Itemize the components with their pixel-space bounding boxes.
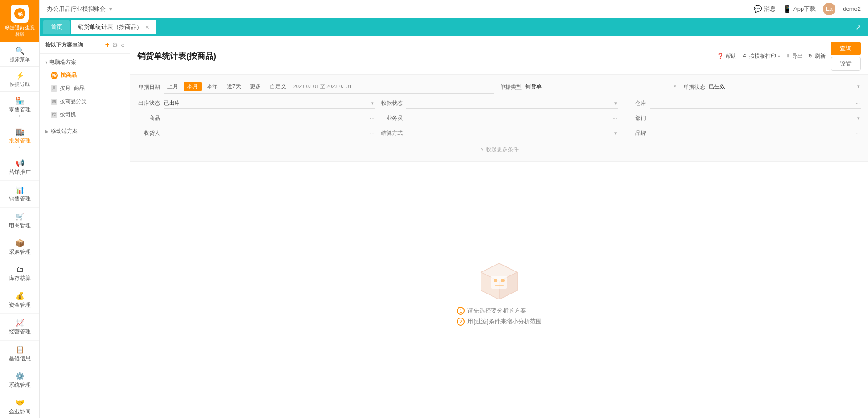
sidebar-item-inventory[interactable]: 🗂 库存核算 [0, 261, 39, 287]
filter-settings-btn[interactable]: ⚙ [112, 41, 118, 48]
industry-selector[interactable]: 办公用品行业模拟账套 [47, 5, 106, 13]
filter-item-month-product[interactable]: 月 按月+商品 [40, 82, 130, 95]
brand-more-icon[interactable]: ··· [855, 130, 861, 136]
quick-nav-label: 快捷导航 [10, 81, 30, 88]
collapse-conditions-btn[interactable]: ∧ 收起更多条件 [137, 143, 861, 156]
sidebar-item-purchase[interactable]: 📦 采购管理 [0, 234, 39, 261]
step1-num: 1 [457, 307, 465, 315]
payment-method-input[interactable] [406, 130, 613, 136]
filter-row-3: 商品 ··· 业务员 ··· 部门 [137, 113, 861, 124]
empty-state: 1 请先选择要分析的方案 2 用[过滤]条件来缩小分析范围 [130, 162, 868, 418]
refresh-btn[interactable]: ↻ 刷新 [808, 52, 826, 60]
salesperson-input[interactable] [406, 115, 612, 121]
sidebar-item-system[interactable]: ⚙️ 系统管理 [0, 367, 39, 394]
marketing-icon: 📢 [15, 159, 24, 167]
receiver-input[interactable] [164, 130, 369, 136]
operation-icon: 📈 [15, 318, 24, 327]
sidebar-item-marketing[interactable]: 📢 营销推广 [0, 154, 39, 181]
sidebar-item-finance-label: 资金管理 [9, 301, 31, 309]
sidebar-item-retail[interactable]: 🏪 零售管理 ▾ [0, 92, 39, 123]
export-btn[interactable]: ⬇ 导出 [786, 52, 803, 60]
filter-item-machine[interactable]: 按 按司机 [40, 108, 130, 121]
product-more-icon[interactable]: ··· [369, 115, 375, 121]
department-dropdown-icon[interactable]: ▾ [856, 115, 861, 121]
outbound-dropdown-icon[interactable]: ▾ [370, 100, 375, 106]
sidebar-item-finance[interactable]: 💰 资金管理 [0, 287, 39, 314]
finance-icon: 💰 [15, 292, 24, 300]
sidebar-item-ecommerce[interactable]: 🛒 电商管理 [0, 208, 39, 234]
query-action-group: 查询 设置 [831, 42, 861, 71]
outbound-input[interactable] [164, 100, 370, 106]
date-btn-last-month[interactable]: 上月 [164, 82, 182, 91]
warehouse-more-icon[interactable]: ··· [855, 100, 861, 106]
doc-type-input[interactable] [525, 84, 673, 90]
tab-expand-btn[interactable]: ⤢ [851, 23, 864, 32]
filter-row-1: 单据日期 上月 本月 本年 近7天 更多 自定义 2023-03-01 至 20… [137, 80, 861, 94]
filter-field-brand: 品牌 ··· [623, 128, 861, 138]
filter-sidebar-title: 按以下方案查询 [45, 41, 83, 49]
payment-input[interactable] [406, 100, 613, 106]
left-sidebar: 畅 畅捷通好生意 标版 🔍 搜索菜单 ⚡ 快捷导航 🏪 零售管理 ▾ 🏬 批发管… [0, 0, 40, 418]
mobile-section-label: 移动端方案 [51, 128, 78, 135]
doc-status-input[interactable] [709, 84, 856, 90]
print-btn[interactable]: 🖨 按模板打印 ▾ [742, 52, 780, 60]
top-header: 办公用品行业模拟账套 ▾ 💬 消息 📱 App下载 Ea demo2 [40, 0, 868, 18]
sidebar-item-corp[interactable]: 🤝 企业协同 [0, 394, 39, 418]
product-control: ··· [164, 113, 375, 124]
filter-section-mobile-title[interactable]: ▶ 移动端方案 [40, 125, 130, 138]
tab-report-close[interactable]: ✕ [145, 24, 149, 30]
mobile-expand-icon: ▶ [45, 129, 49, 134]
sidebar-item-retail-label: 零售管理 [9, 106, 31, 114]
message-btn[interactable]: 💬 消息 [754, 5, 776, 13]
sidebar-item-basic[interactable]: 📋 基础信息 [0, 341, 39, 367]
filter-collapse-btn[interactable]: « [121, 41, 124, 48]
svg-point-7 [501, 279, 505, 282]
date-btn-more[interactable]: 更多 [246, 82, 264, 91]
filter-section-desktop-title[interactable]: ▾ 电脑端方案 [40, 56, 130, 69]
department-input[interactable] [650, 115, 856, 121]
header-right: 💬 消息 📱 App下载 Ea demo2 [754, 3, 861, 15]
app-logo[interactable]: 畅 畅捷通好生意 标版 [0, 0, 39, 42]
industry-chevron[interactable]: ▾ [109, 6, 112, 12]
payment-dropdown-icon[interactable]: ▾ [613, 100, 618, 106]
ecommerce-icon: 🛒 [15, 212, 24, 221]
salesperson-more-icon[interactable]: ··· [612, 115, 618, 121]
app-subtitle: 标版 [15, 31, 24, 38]
sidebar-item-sales[interactable]: 📊 销售管理 [0, 181, 39, 208]
help-btn[interactable]: ❓ 帮助 [717, 52, 736, 60]
filter-field-department: 部门 ▾ [623, 113, 861, 124]
user-avatar[interactable]: Ea [823, 3, 835, 15]
username[interactable]: demo2 [843, 5, 861, 12]
avatar-text: Ea [826, 6, 833, 12]
date-btn-custom[interactable]: 自定义 [266, 82, 290, 91]
export-icon: ⬇ [786, 53, 790, 59]
warehouse-input[interactable] [650, 100, 855, 106]
page-actions: ❓ 帮助 🖨 按模板打印 ▾ ⬇ 导出 ↻ 刷新 [717, 42, 861, 71]
date-btn-7days[interactable]: 近7天 [223, 82, 245, 91]
product-input[interactable] [164, 115, 369, 121]
sidebar-item-wholesale[interactable]: 🏬 批发管理 ▴ [0, 123, 39, 154]
sidebar-item-operation[interactable]: 📈 经营管理 [0, 314, 39, 341]
date-btn-this-month[interactable]: 本月 [184, 82, 202, 91]
date-btn-this-year[interactable]: 本年 [203, 82, 222, 91]
tab-report[interactable]: 销货单统计表（按商品） ✕ [71, 20, 156, 34]
quick-nav-btn[interactable]: ⚡ 快捷导航 [0, 67, 39, 92]
salesperson-label: 业务员 [380, 114, 403, 122]
app-download-btn[interactable]: 📱 App下载 [783, 5, 816, 13]
print-dropdown-icon[interactable]: ▾ [778, 54, 780, 59]
filter-item-by-product[interactable]: 按 按商品 [40, 69, 130, 82]
filter-add-btn[interactable]: + [105, 41, 109, 49]
filter-item-category[interactable]: 回 按商品分类 [40, 95, 130, 108]
query-btn[interactable]: 查询 [831, 42, 861, 55]
outbound-label: 出库状态 [137, 100, 160, 107]
filter-field-payment: 收款状态 ▾ [380, 98, 618, 109]
filter-section-mobile: ▶ 移动端方案 [40, 123, 130, 140]
brand-input[interactable] [650, 130, 855, 136]
payment-method-dropdown-icon[interactable]: ▾ [613, 130, 618, 136]
tab-home[interactable]: 首页 [43, 20, 70, 34]
doc-status-dropdown-icon[interactable]: ▾ [856, 84, 861, 90]
receiver-more-icon[interactable]: ··· [369, 130, 375, 136]
settings-btn[interactable]: 设置 [831, 57, 861, 71]
search-menu-btn[interactable]: 🔍 搜索菜单 [0, 42, 39, 67]
doc-type-dropdown-icon[interactable]: ▾ [673, 84, 677, 90]
